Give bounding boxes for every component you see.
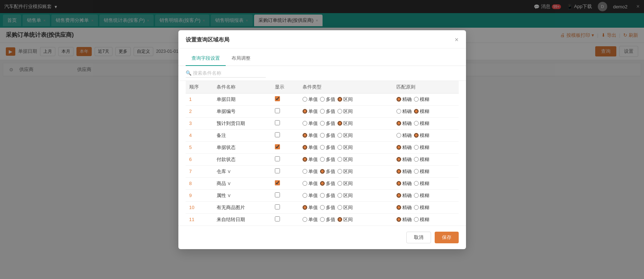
tab-layout-adjust-label: 布局调整 — [232, 55, 250, 61]
search-input[interactable] — [193, 70, 258, 76]
dialog-close-button[interactable]: × — [455, 36, 459, 44]
tab-query-fields[interactable]: 查询字段设置 — [186, 53, 226, 66]
tab-query-fields-label: 查询字段设置 — [191, 55, 220, 61]
modal-overlay: 设置查询区域布局 × 查询字段设置 布局调整 🔍 顺序 — [0, 0, 644, 79]
search-input-wrap: 🔍 — [186, 70, 266, 78]
settings-dialog: 设置查询区域布局 × 查询字段设置 布局调整 🔍 顺序 — [178, 30, 466, 80]
dialog-header: 设置查询区域布局 × — [178, 30, 466, 48]
dialog-title: 设置查询区域布局 — [186, 36, 229, 43]
dialog-search-area: 🔍 — [178, 66, 466, 80]
tab-layout-adjust[interactable]: 布局调整 — [226, 53, 256, 66]
search-icon: 🔍 — [186, 70, 191, 76]
dialog-tabs: 查询字段设置 布局调整 — [178, 48, 466, 66]
